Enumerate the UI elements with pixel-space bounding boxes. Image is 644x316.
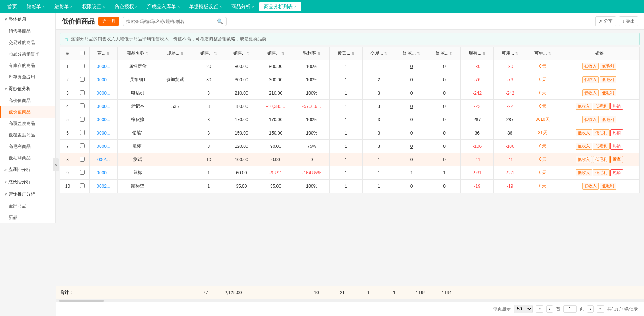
nav-purchase-order[interactable]: 进货单 × <box>50 2 77 11</box>
row-views1[interactable]: 0 <box>395 153 428 166</box>
sort-icon-stock[interactable]: ⇅ <box>483 51 486 55</box>
sidebar-item-inventory-capital[interactable]: 库存资金占用 <box>0 71 55 83</box>
horizontal-scrollbar[interactable] <box>56 299 644 302</box>
sort-icon-sellable[interactable]: ⇅ <box>548 51 551 55</box>
row-views1[interactable]: 0 <box>395 126 428 140</box>
row-views1[interactable]: 0 <box>395 180 428 193</box>
nav-product-inbound[interactable]: 产成品入库单 × <box>142 2 184 11</box>
sidebar-item-low-value[interactable]: 低价值商品 <box>0 106 55 118</box>
views1-link[interactable]: 0 <box>410 144 413 149</box>
sidebar-item-high-value[interactable]: 高价值商品 <box>0 95 55 106</box>
col-sales-price[interactable]: 销售... ⇅ <box>225 47 258 60</box>
sort-icon-available[interactable]: ⇅ <box>515 51 518 55</box>
nav-close-sales[interactable]: × <box>43 5 45 9</box>
search-box[interactable]: 🔍 <box>123 17 227 26</box>
select-all-checkbox[interactable] <box>80 51 85 55</box>
sidebar-item-low-margin[interactable]: 低毛利商品 <box>0 152 55 164</box>
col-tags[interactable]: 标签 <box>559 47 639 60</box>
sidebar-item-all-products[interactable]: 全部商品 <box>0 200 55 212</box>
page-next-button[interactable]: › <box>587 305 594 313</box>
sort-icon-transaction[interactable]: ⇅ <box>384 51 387 55</box>
views1-link[interactable]: 0 <box>410 117 413 122</box>
sidebar-item-traded-products[interactable]: 交易过的商品 <box>0 37 55 48</box>
col-available-stock[interactable]: 可用... ⇅ <box>493 47 526 60</box>
col-margin[interactable]: 毛利率 ⇅ <box>294 47 330 60</box>
sort-icon-coverage[interactable]: ⇅ <box>352 51 355 55</box>
col-id[interactable]: 商... ⇅ <box>90 47 117 60</box>
page-size-select[interactable]: 50 100 200 <box>514 305 533 313</box>
nav-close-product[interactable]: × <box>177 5 180 9</box>
sort-icon-spec[interactable]: ⇅ <box>181 51 184 55</box>
page-prev-button[interactable]: ‹ <box>546 305 553 313</box>
sidebar-section-circulation[interactable]: > 流通性分析 <box>0 164 55 176</box>
sort-icon-views2[interactable]: ⇅ <box>450 51 453 55</box>
row-checkbox[interactable] <box>80 143 85 148</box>
nav-template-settings[interactable]: 单据模板设置 × <box>185 2 226 11</box>
nav-close-list[interactable]: × <box>294 5 296 9</box>
nav-home[interactable]: 首页 <box>3 2 21 11</box>
nav-close-purchase[interactable]: × <box>70 5 73 9</box>
col-name[interactable]: 商品名称 ⇅ <box>117 47 158 60</box>
scrollbar-thumb[interactable] <box>59 300 104 302</box>
sort-icon-id[interactable]: ⇅ <box>107 51 110 55</box>
col-transaction[interactable]: 交易... ⇅ <box>362 47 395 60</box>
search-input[interactable] <box>126 19 217 24</box>
col-current-stock[interactable]: 现有... ⇅ <box>461 47 494 60</box>
col-spec[interactable]: 规格... ⇅ <box>158 47 192 60</box>
row-views1[interactable]: 0 <box>395 60 428 73</box>
row-views1[interactable]: 1 <box>395 166 428 180</box>
views1-link[interactable]: 0 <box>410 130 413 136</box>
page-first-button[interactable]: « <box>536 305 543 313</box>
row-views1[interactable]: 0 <box>395 86 428 100</box>
sidebar-item-high-margin[interactable]: 高毛利商品 <box>0 141 55 152</box>
sort-icon-sales-qty[interactable]: ⇅ <box>214 51 217 55</box>
views1-link[interactable]: 0 <box>410 91 413 96</box>
sort-icon-sales-price[interactable]: ⇅ <box>247 51 250 55</box>
table-container[interactable]: ⚙ 商... ⇅ 商品名称 ⇅ 规格... ⇅ 销售... ⇅ 销售... ⇅ … <box>56 47 644 286</box>
nav-analysis-list[interactable]: 商品分析列表 × <box>259 2 301 11</box>
nav-close-analysis[interactable]: × <box>252 5 254 9</box>
sidebar-item-stocked-products[interactable]: 有库存的商品 <box>0 60 55 71</box>
sort-icon-margin[interactable]: ⇅ <box>318 51 321 55</box>
views1-link[interactable]: 1 <box>410 170 413 176</box>
sidebar-item-sales-products[interactable]: 销售类商品 <box>0 26 55 37</box>
nav-permissions[interactable]: 权限设置 × <box>78 2 110 11</box>
sidebar-collapse-button[interactable]: « <box>53 158 59 171</box>
row-checkbox[interactable] <box>80 157 85 162</box>
filter-recent-month-button[interactable]: 近一月 <box>98 17 119 26</box>
sidebar-item-category-sales-rate[interactable]: 商品分类销售率 <box>0 48 55 60</box>
page-number-input[interactable] <box>563 305 577 313</box>
col-gear[interactable]: ⚙ <box>60 47 75 60</box>
row-checkbox[interactable] <box>80 77 85 82</box>
row-checkbox[interactable] <box>80 170 85 175</box>
sort-icon-sales-amount[interactable]: ⇅ <box>281 51 284 55</box>
gear-icon[interactable]: ⚙ <box>66 51 70 56</box>
sort-icon-views1[interactable]: ⇅ <box>417 51 420 55</box>
sort-icon-name[interactable]: ⇅ <box>146 51 149 55</box>
col-sales-qty[interactable]: 销售... ⇅ <box>192 47 225 60</box>
row-views1[interactable]: 0 <box>395 113 428 126</box>
views1-link[interactable]: 0 <box>410 77 413 82</box>
row-checkbox[interactable] <box>80 117 85 122</box>
col-views2[interactable]: 浏览... ⇅ <box>428 47 461 60</box>
col-coverage[interactable]: 覆盖... ⇅ <box>330 47 363 60</box>
col-sales-amount[interactable]: 销售... ⇅ <box>258 47 294 60</box>
row-checkbox[interactable] <box>80 183 85 188</box>
col-views1[interactable]: 浏览... ⇅ <box>395 47 428 60</box>
views1-link[interactable]: 0 <box>410 104 413 109</box>
views1-link[interactable]: 0 <box>410 157 413 162</box>
nav-product-analysis[interactable]: 商品分析 × <box>227 2 259 11</box>
nav-close-permissions[interactable]: × <box>103 5 105 9</box>
sidebar-section-marketing[interactable]: ∨ 营销推广分析 <box>0 188 55 200</box>
nav-close-template[interactable]: × <box>219 5 222 9</box>
nav-role-auth[interactable]: 角色授权 × <box>110 2 142 11</box>
row-checkbox[interactable] <box>80 64 85 68</box>
page-last-button[interactable]: » <box>597 305 604 313</box>
sidebar-section-overall[interactable]: ∨ 整体信息 <box>0 13 55 26</box>
nav-sales-order[interactable]: 销货单 × <box>22 2 49 11</box>
row-checkbox[interactable] <box>80 130 85 135</box>
sidebar-item-high-coverage[interactable]: 高覆盖度商品 <box>0 118 55 129</box>
row-views1[interactable]: 0 <box>395 73 428 86</box>
sidebar-section-contribution[interactable]: ∨ 贡献值分析 <box>0 83 55 95</box>
col-checkbox[interactable] <box>75 47 89 60</box>
